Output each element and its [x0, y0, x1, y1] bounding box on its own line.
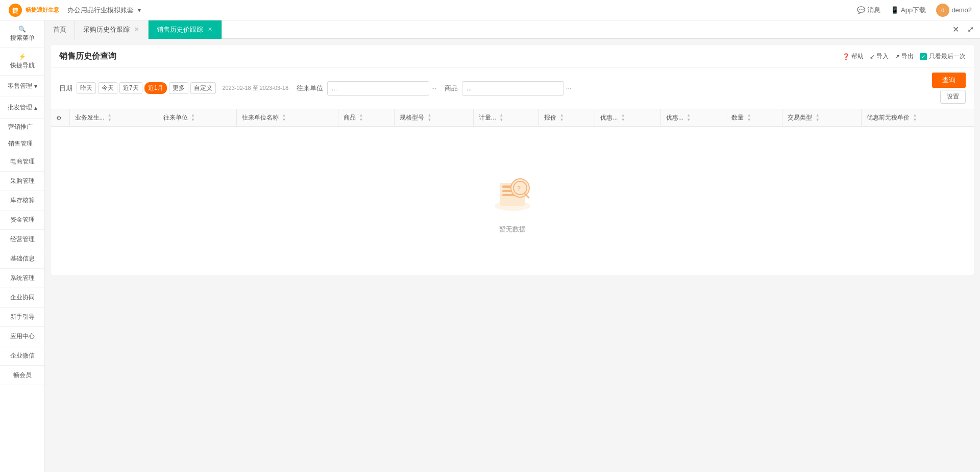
sidebar-item-purchase[interactable]: 采购管理	[0, 172, 44, 191]
sidebar-label-newbie: 新手引导	[10, 313, 35, 321]
sort-trade-type-icon: ▲▼	[816, 113, 820, 122]
counterparty-dots-icon: ···	[431, 85, 436, 92]
sidebar-item-sales-mgmt[interactable]: 销售管理	[0, 135, 44, 152]
table-col-gear[interactable]: ⚙	[51, 109, 69, 127]
date-btn-1month[interactable]: 近1月	[144, 82, 167, 94]
sidebar-item-retail[interactable]: 零售管理 ▾	[0, 76, 44, 97]
sidebar-item-app-center[interactable]: 应用中心	[0, 327, 44, 346]
content-area: 销售历史价查询 ❓ 帮助 ↙ 导入 ↗ 导出	[45, 39, 980, 472]
table-col-spec[interactable]: 规格型号 ▲▼	[395, 109, 474, 127]
expand-button[interactable]: ⤢	[965, 22, 976, 36]
app-download-action[interactable]: 📱 App下载	[891, 6, 926, 15]
date-btn-today[interactable]: 今天	[98, 82, 117, 94]
sidebar-label-system: 系统管理	[10, 274, 35, 282]
import-button[interactable]: ↙ 导入	[870, 52, 889, 61]
quick-nav-icon: ⚡	[18, 53, 26, 60]
date-range-display: 2023-02-18 至 2023-03-18	[222, 84, 288, 92]
page-title: 销售历史价查询	[59, 51, 116, 62]
only-last-label: 只看最后一次	[929, 52, 966, 61]
table-col-biz-date[interactable]: 业务发生... ▲▼	[69, 109, 158, 127]
goods-input[interactable]	[462, 81, 564, 96]
date-btn-yesterday[interactable]: 昨天	[77, 82, 96, 94]
sort-unit-icon: ▲▼	[499, 113, 503, 122]
tab-purchase-history-label: 采购历史价跟踪	[83, 25, 130, 34]
tab-home-label: 首页	[53, 25, 66, 34]
empty-text: 暂无数据	[499, 225, 526, 234]
date-btn-custom[interactable]: 自定义	[190, 82, 216, 94]
table-col-unit[interactable]: 计量... ▲▼	[473, 109, 539, 127]
sidebar-item-finance[interactable]: 资金管理	[0, 210, 44, 230]
sort-no-tax-price-icon: ▲▼	[913, 113, 917, 122]
sidebar-item-enterprise-wechat[interactable]: 企业微信	[0, 346, 44, 366]
help-button[interactable]: ❓ 帮助	[842, 52, 864, 61]
sidebar-item-basics[interactable]: 基础信息	[0, 249, 44, 269]
counterparty-input-wrapper: ···	[327, 81, 436, 96]
export-button[interactable]: ↗ 导出	[895, 52, 914, 61]
empty-illustration: ?	[487, 168, 538, 219]
table-col-discount1[interactable]: 优惠... ▲▼	[595, 109, 661, 127]
counterparty-input[interactable]	[327, 81, 429, 96]
export-label: 导出	[901, 52, 914, 61]
sidebar: 🔍 搜索菜单 ⚡ 快捷导航 零售管理 ▾ 批发管理 ▴ 营销推广 销售管理 电商…	[0, 20, 45, 472]
sidebar-item-cooperation[interactable]: 企业协同	[0, 288, 44, 308]
sidebar-item-system[interactable]: 系统管理	[0, 269, 44, 288]
title-dropdown-icon[interactable]: ▾	[138, 7, 141, 14]
checkmark-icon: ✓	[921, 54, 925, 59]
tab-purchase-history[interactable]: 采购历史价跟踪 ✕	[75, 20, 149, 39]
table-col-counterparty-code[interactable]: 往来单位 ▲▼	[158, 109, 237, 127]
counterparty-label: 往来单位	[297, 84, 323, 93]
logo-icon: 捷	[8, 3, 22, 17]
svg-text:捷: 捷	[12, 7, 19, 14]
help-icon: ❓	[842, 53, 850, 60]
sidebar-item-inventory[interactable]: 库存核算	[0, 191, 44, 210]
sidebar-item-wholesale[interactable]: 批发管理 ▴	[0, 97, 44, 119]
table-col-quote[interactable]: 报价 ▲▼	[539, 109, 595, 127]
query-button[interactable]: 查询	[932, 73, 966, 88]
sort-discount2-icon: ▲▼	[687, 113, 691, 122]
sidebar-item-membership[interactable]: 畅会员	[0, 366, 44, 385]
table-col-no-tax-price[interactable]: 优惠前无税单价 ▲▼	[862, 109, 974, 127]
logo-text: 畅捷通好生意	[26, 7, 59, 13]
sidebar-label-quick-nav: 快捷导航	[10, 61, 35, 70]
tab-sales-history[interactable]: 销售历史价跟踪 ✕	[149, 20, 222, 39]
tab-sales-history-label: 销售历史价跟踪	[157, 25, 203, 34]
date-btn-more[interactable]: 更多	[169, 82, 188, 94]
tab-purchase-close-icon[interactable]: ✕	[133, 26, 140, 33]
close-all-tabs-button[interactable]: ✕	[950, 22, 961, 36]
only-last-checkbox-label[interactable]: ✓ 只看最后一次	[920, 52, 966, 61]
app-download-icon: 📱	[891, 6, 899, 14]
gear-icon[interactable]: ⚙	[56, 114, 62, 122]
sidebar-item-operations[interactable]: 经营管理	[0, 230, 44, 249]
table-col-goods[interactable]: 商品 ▲▼	[338, 109, 395, 127]
sidebar-label-inventory: 库存核算	[10, 196, 35, 205]
table-col-qty[interactable]: 数量 ▲▼	[726, 109, 782, 127]
sort-quote-icon: ▲▼	[560, 113, 564, 122]
message-action[interactable]: 💬 消息	[857, 6, 880, 15]
sidebar-item-ecommerce[interactable]: 电商管理	[0, 152, 44, 172]
search-menu-icon: 🔍	[18, 26, 26, 33]
date-btn-7days[interactable]: 近7天	[119, 82, 142, 94]
only-last-checkbox[interactable]: ✓	[920, 53, 927, 60]
avatar: d	[936, 4, 949, 17]
message-icon: 💬	[857, 6, 865, 14]
table-col-trade-type[interactable]: 交易类型 ▲▼	[782, 109, 862, 127]
message-label: 消息	[867, 6, 880, 15]
date-shortcuts: 昨天 今天 近7天 近1月 更多 自定义	[77, 82, 216, 94]
sidebar-item-marketing[interactable]: 营销推广	[0, 119, 44, 135]
tab-sales-close-icon[interactable]: ✕	[206, 26, 213, 33]
sidebar-item-quick-nav[interactable]: ⚡ 快捷导航	[0, 48, 44, 76]
table-col-counterparty-name[interactable]: 往来单位名称 ▲▼	[237, 109, 338, 127]
username-label: demo2	[951, 6, 972, 14]
sort-qty-icon: ▲▼	[747, 113, 751, 122]
sort-spec-icon: ▲▼	[428, 113, 432, 122]
tab-home[interactable]: 首页	[45, 20, 75, 39]
sidebar-item-newbie[interactable]: 新手引导	[0, 308, 44, 327]
sidebar-item-search-menu[interactable]: 🔍 搜索菜单	[0, 20, 44, 48]
settings-button[interactable]: 设置	[940, 90, 966, 104]
export-icon: ↗	[895, 53, 900, 60]
sort-goods-icon: ▲▼	[359, 113, 363, 122]
sidebar-label-search-menu: 搜索菜单	[10, 34, 35, 42]
user-action[interactable]: d demo2	[936, 4, 972, 17]
table-col-discount2[interactable]: 优惠... ▲▼	[660, 109, 726, 127]
sidebar-label-retail: 零售管理	[8, 82, 32, 90]
